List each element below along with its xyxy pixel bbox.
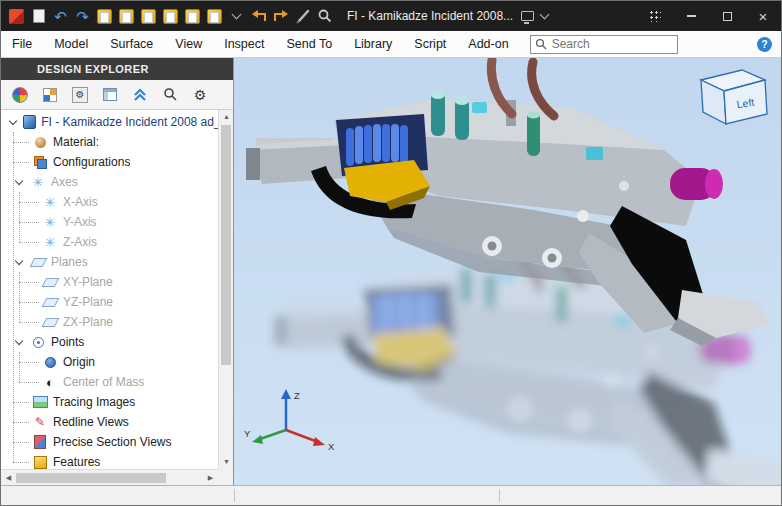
tree-connector (19, 272, 20, 322)
design-explorer-header: DESIGN EXPLORER (1, 58, 233, 80)
scroll-left-icon[interactable]: ◀ (1, 471, 16, 485)
search-input[interactable] (550, 36, 673, 52)
tree-item-redline-views[interactable]: ✎ Redline Views (1, 412, 218, 432)
scrollbar-thumb[interactable] (221, 125, 231, 365)
minimize-icon (687, 15, 696, 17)
search-icon (163, 87, 178, 102)
save-document-icon (185, 9, 200, 24)
help-icon[interactable]: ? (757, 37, 772, 52)
menu-library[interactable]: Library (343, 31, 403, 57)
panels-button[interactable] (100, 84, 120, 106)
toolbar-overflow-button[interactable] (226, 3, 247, 29)
jump-forward-button[interactable] (270, 3, 291, 29)
tree-item-features[interactable]: Features (1, 452, 218, 469)
tree-item-tracing-images[interactable]: Tracing Images (1, 392, 218, 412)
redo-button[interactable]: ↷ (72, 3, 93, 29)
tree-item-axes[interactable]: ✳ Axes (1, 172, 218, 192)
logo-icon (9, 9, 24, 24)
tree-vertical-scrollbar[interactable]: ▲ ▼ (218, 110, 233, 469)
menu-inspect[interactable]: Inspect (213, 31, 275, 57)
view-cube[interactable]: Left (701, 70, 767, 124)
tree-item-material[interactable]: Material: (1, 132, 218, 152)
workspace-switch-button[interactable] (534, 3, 555, 29)
axis-icon: ✳ (42, 194, 58, 210)
menu-add-on[interactable]: Add-on (457, 31, 519, 57)
tree-item-z-axis[interactable]: ✳ Z-Axis (1, 232, 218, 252)
tree-item-zx-plane[interactable]: ZX-Plane (1, 312, 218, 332)
search-box (530, 35, 678, 54)
menu-view[interactable]: View (164, 31, 213, 57)
new-drawing-button[interactable] (138, 3, 159, 29)
stylus-tool-button[interactable] (292, 3, 313, 29)
status-separator (499, 489, 500, 502)
menu-file[interactable]: File (1, 31, 43, 57)
save-all-button[interactable] (204, 3, 225, 29)
menu-surface[interactable]: Surface (99, 31, 164, 57)
new-assembly-button[interactable] (116, 3, 137, 29)
tree-item-root[interactable]: FI - Kamikadze Incident 2008 ad_pr (1, 112, 218, 132)
collapse-all-button[interactable] (130, 84, 150, 106)
scroll-up-icon[interactable]: ▲ (219, 110, 234, 124)
triad-x-label: X (328, 441, 335, 452)
expander-icon[interactable] (13, 176, 25, 188)
color-wheel-icon (12, 87, 28, 103)
open-button[interactable] (160, 3, 181, 29)
scroll-right-icon[interactable]: ▶ (203, 471, 218, 485)
maximize-button[interactable] (709, 1, 745, 31)
gear-icon: ⚙ (194, 88, 207, 102)
new-document-button[interactable] (28, 3, 49, 29)
tree-search-button[interactable] (160, 84, 180, 106)
features-icon (32, 454, 48, 469)
feature-tree: FI - Kamikadze Incident 2008 ad_pr Mater… (1, 110, 218, 469)
menu-script[interactable]: Script (403, 31, 457, 57)
tree-item-x-axis[interactable]: ✳ X-Axis (1, 192, 218, 212)
triad-y-label: Y (244, 428, 251, 439)
axis-icon: ✳ (42, 234, 58, 250)
options-gear-button[interactable]: ⚙ (190, 84, 210, 106)
planes-icon (30, 254, 46, 270)
undo-button[interactable]: ↶ (50, 3, 71, 29)
quadrants-icon (43, 88, 57, 102)
menu-model[interactable]: Model (43, 31, 99, 57)
tree-item-configurations[interactable]: Configurations (1, 152, 218, 172)
app-logo-icon[interactable] (6, 3, 27, 29)
tree-item-xy-plane[interactable]: XY-Plane (1, 272, 218, 292)
tree-item-points[interactable]: Points (1, 332, 218, 352)
explorer-settings-button[interactable]: ⚙ (70, 84, 90, 106)
jump-back-button[interactable] (248, 3, 269, 29)
tree-item-center-of-mass[interactable]: ◐ Center of Mass (1, 372, 218, 392)
collapse-all-icon (133, 88, 147, 102)
scrollbar-corner (218, 469, 233, 485)
expander-icon[interactable] (13, 256, 25, 268)
axes-icon: ✳ (30, 174, 46, 190)
close-button[interactable]: × (745, 1, 781, 31)
tree-item-origin[interactable]: Origin (1, 352, 218, 372)
menu-send-to[interactable]: Send To (275, 31, 343, 57)
new-part-button[interactable] (94, 3, 115, 29)
save-button[interactable] (182, 3, 203, 29)
tree-horizontal-scrollbar[interactable]: ◀ ▶ (1, 469, 218, 485)
assembly-document-icon (119, 9, 134, 24)
viewport-3d[interactable]: Left Z X Y (234, 58, 781, 485)
app-window: ↶ ↷ FI - Kamikadze Incident 2008... (0, 0, 782, 506)
tree-item-y-axis[interactable]: ✳ Y-Axis (1, 212, 218, 232)
expander-icon[interactable] (13, 336, 25, 348)
apps-grid-button[interactable] (637, 1, 673, 31)
drawing-document-icon (141, 9, 156, 24)
open-document-icon (163, 9, 178, 24)
display-options-button[interactable] (40, 84, 60, 106)
tree-item-planes[interactable]: Planes (1, 252, 218, 272)
material-icon (32, 134, 48, 150)
scroll-down-icon[interactable]: ▼ (219, 455, 234, 469)
minimize-button[interactable] (673, 1, 709, 31)
tree-item-yz-plane[interactable]: YZ-Plane (1, 292, 218, 312)
model-search-button[interactable] (314, 3, 335, 29)
scrollbar-thumb[interactable] (16, 473, 166, 483)
save-all-document-icon (207, 9, 222, 24)
window-title: FI - Kamikadze Incident 2008... (347, 9, 513, 23)
expander-icon[interactable] (7, 116, 19, 128)
model-3d-view[interactable]: Left Z X Y (234, 58, 781, 485)
tree-item-precise-section-views[interactable]: Precise Section Views (1, 432, 218, 452)
color-wheel-button[interactable] (10, 84, 30, 106)
redo-icon: ↷ (76, 9, 89, 24)
